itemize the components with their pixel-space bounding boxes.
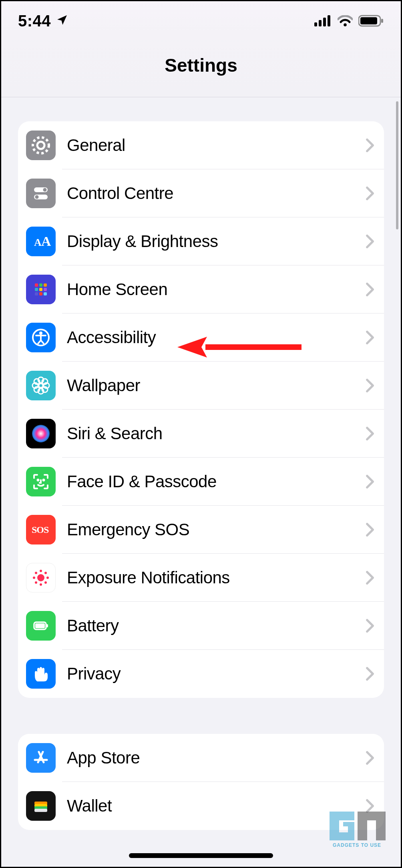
status-time: 5:44 bbox=[18, 12, 51, 30]
chevron-right-icon bbox=[366, 234, 374, 249]
svg-text:SOS: SOS bbox=[32, 524, 49, 535]
svg-rect-19 bbox=[35, 288, 38, 291]
settings-row-home-screen[interactable]: Home Screen bbox=[18, 265, 384, 313]
exposure-icon bbox=[26, 563, 56, 593]
settings-group: General Control Centre AA Display & Brig… bbox=[18, 121, 384, 698]
chevron-right-icon bbox=[366, 667, 374, 681]
svg-rect-6 bbox=[360, 17, 377, 24]
svg-rect-18 bbox=[44, 283, 47, 287]
sos-icon: SOS bbox=[26, 515, 56, 545]
chevron-right-icon bbox=[366, 426, 374, 441]
svg-rect-17 bbox=[39, 283, 42, 287]
settings-row-battery[interactable]: Battery bbox=[18, 602, 384, 650]
scrollbar-thumb[interactable] bbox=[396, 101, 398, 229]
row-label: Wallet bbox=[67, 796, 366, 816]
settings-row-face-id[interactable]: Face ID & Passcode bbox=[18, 458, 384, 506]
accessibility-icon bbox=[26, 323, 56, 352]
settings-row-control-centre[interactable]: Control Centre bbox=[18, 169, 384, 217]
svg-rect-50 bbox=[35, 623, 45, 628]
svg-point-37 bbox=[38, 480, 39, 481]
toggles-icon bbox=[26, 179, 56, 208]
svg-point-46 bbox=[44, 572, 47, 574]
svg-point-13 bbox=[35, 195, 39, 199]
svg-rect-24 bbox=[44, 292, 47, 295]
chevron-right-icon bbox=[366, 282, 374, 297]
home-indicator[interactable] bbox=[129, 853, 273, 858]
settings-row-general[interactable]: General bbox=[18, 121, 384, 169]
svg-rect-51 bbox=[46, 624, 48, 627]
row-label: Siri & Search bbox=[67, 424, 366, 443]
svg-point-36 bbox=[32, 425, 50, 442]
svg-rect-55 bbox=[34, 809, 47, 812]
flower-icon bbox=[26, 371, 56, 400]
row-label: Battery bbox=[67, 616, 366, 635]
battery-full-icon bbox=[26, 611, 56, 641]
svg-rect-0 bbox=[314, 22, 317, 26]
settings-row-wallpaper[interactable]: Wallpaper bbox=[18, 362, 384, 410]
svg-point-48 bbox=[44, 581, 47, 584]
svg-point-42 bbox=[40, 583, 42, 586]
settings-row-privacy[interactable]: Privacy bbox=[18, 650, 384, 698]
chevron-right-icon bbox=[366, 571, 374, 585]
status-bar: 5:44 bbox=[1, 1, 401, 33]
svg-point-43 bbox=[33, 577, 35, 579]
battery-icon bbox=[358, 15, 384, 27]
appstore-icon bbox=[26, 743, 56, 773]
row-label: Home Screen bbox=[67, 280, 366, 299]
wallet-icon bbox=[26, 791, 56, 821]
row-label: Wallpaper bbox=[67, 376, 366, 395]
row-label: Face ID & Passcode bbox=[67, 472, 366, 491]
settings-row-exposure[interactable]: Exposure Notifications bbox=[18, 554, 384, 602]
row-label: Accessibility bbox=[67, 328, 366, 347]
chevron-right-icon bbox=[366, 138, 374, 153]
svg-text:GADGETS TO USE: GADGETS TO USE bbox=[333, 842, 381, 848]
svg-rect-16 bbox=[35, 283, 38, 287]
svg-point-38 bbox=[43, 480, 44, 481]
text-size-icon: AA bbox=[26, 227, 56, 256]
chevron-right-icon bbox=[366, 751, 374, 765]
gear-icon bbox=[26, 131, 56, 160]
svg-point-9 bbox=[37, 142, 44, 149]
svg-rect-21 bbox=[44, 288, 47, 291]
svg-rect-2 bbox=[323, 18, 326, 26]
svg-point-45 bbox=[35, 572, 37, 574]
svg-point-8 bbox=[33, 137, 49, 153]
wifi-icon bbox=[338, 15, 353, 26]
location-arrow-icon bbox=[56, 14, 68, 28]
svg-rect-3 bbox=[328, 15, 330, 26]
svg-text:A: A bbox=[34, 237, 42, 248]
settings-row-app-store[interactable]: App Store bbox=[18, 734, 384, 782]
svg-point-11 bbox=[43, 188, 47, 192]
chevron-right-icon bbox=[366, 474, 374, 489]
chevron-right-icon bbox=[366, 378, 374, 393]
cellular-signal-icon bbox=[314, 15, 332, 26]
face-id-icon bbox=[26, 467, 56, 496]
svg-point-27 bbox=[39, 384, 43, 388]
row-label: Privacy bbox=[67, 664, 366, 683]
row-label: Control Centre bbox=[67, 184, 366, 203]
svg-rect-23 bbox=[39, 292, 42, 295]
row-label: Display & Brightness bbox=[67, 232, 366, 251]
row-label: App Store bbox=[67, 748, 366, 768]
svg-point-26 bbox=[39, 332, 42, 335]
page-title: Settings bbox=[165, 54, 237, 76]
row-label: Exposure Notifications bbox=[67, 568, 366, 587]
svg-rect-1 bbox=[319, 20, 322, 26]
chevron-right-icon bbox=[366, 522, 374, 537]
settings-row-siri-search[interactable]: Siri & Search bbox=[18, 410, 384, 458]
svg-point-44 bbox=[46, 577, 49, 579]
settings-row-display-brightness[interactable]: AA Display & Brightness bbox=[18, 217, 384, 265]
chevron-right-icon bbox=[366, 619, 374, 633]
settings-row-accessibility[interactable]: Accessibility bbox=[18, 313, 384, 362]
settings-list: General Control Centre AA Display & Brig… bbox=[1, 97, 401, 867]
app-grid-icon bbox=[26, 275, 56, 304]
svg-point-47 bbox=[35, 581, 37, 584]
svg-point-41 bbox=[40, 570, 42, 572]
page-header: Settings bbox=[1, 33, 401, 97]
row-label: Emergency SOS bbox=[67, 520, 366, 539]
svg-point-40 bbox=[37, 574, 44, 581]
svg-rect-7 bbox=[381, 19, 383, 23]
settings-row-emergency-sos[interactable]: SOS Emergency SOS bbox=[18, 506, 384, 554]
chevron-right-icon bbox=[366, 330, 374, 345]
watermark-logo: GADGETS TO USE bbox=[326, 804, 394, 848]
